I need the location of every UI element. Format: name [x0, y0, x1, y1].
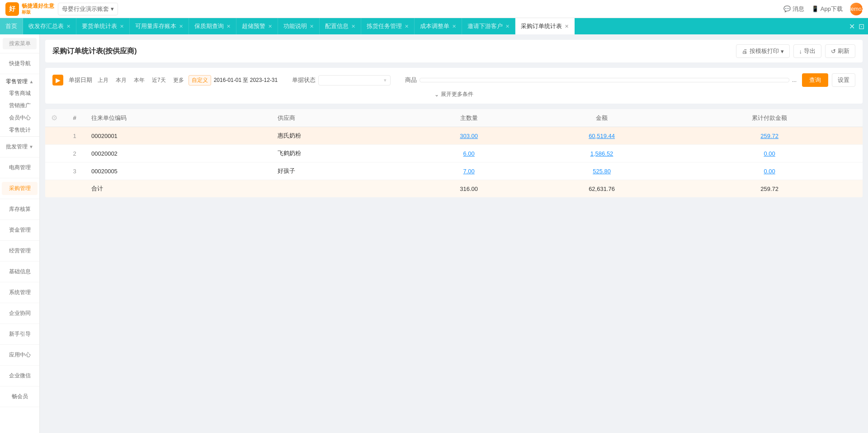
logo-text: 畅捷通好生意 标版: [22, 3, 54, 14]
amount-cell: 60,519.44: [527, 127, 676, 145]
search-menu-input[interactable]: 搜索菜单: [3, 38, 37, 49]
export-button[interactable]: ↓ 导出: [793, 44, 822, 58]
sidebar-item-retail-shop[interactable]: 零售商城: [0, 87, 39, 100]
refresh-button[interactable]: ↺ 刷新: [825, 44, 855, 58]
printer-icon: 🖨: [742, 48, 748, 55]
date-last-month-btn[interactable]: 上月: [95, 76, 111, 85]
cumulative-payment-cell: 259.72: [676, 127, 863, 145]
tab-available-stock[interactable]: 可用量库存账本 ✕: [130, 18, 189, 34]
app-download-btn[interactable]: 📱 App下载: [811, 5, 843, 13]
status-select[interactable]: ▾: [318, 75, 391, 86]
close-icon[interactable]: ✕: [452, 24, 456, 29]
date-more-btn[interactable]: 更多: [170, 76, 187, 85]
tab-cost-adjust[interactable]: 成本调整单 ✕: [415, 18, 462, 34]
logo-icon: 好: [5, 2, 19, 16]
top-bar: 好 畅捷通好生意 标版 母婴行业演示账套 ▾ 💬 消息 📱 App下载 demo…: [0, 0, 868, 18]
expand-filters-link[interactable]: ⌄ 展开更多条件: [52, 90, 855, 98]
main-layout: 搜索菜单 快捷导航 零售管理 ▲ 零售商城 营销推广 会员中心 零售统计: [0, 34, 868, 433]
main-qty-cell: 6.00: [410, 145, 527, 162]
date-7days-btn[interactable]: 近7天: [149, 76, 169, 85]
close-icon[interactable]: ✕: [66, 24, 71, 29]
row-num-cell: 1: [63, 127, 86, 145]
supplier-name-cell: 飞鹤奶粉: [272, 145, 411, 162]
tab-config-info[interactable]: 配置信息 ✕: [320, 18, 361, 34]
close-icon[interactable]: ✕: [505, 24, 509, 29]
tab-purchase-summary[interactable]: 采购订单统计表 ✕: [515, 18, 575, 34]
rownum-column-header: #: [63, 109, 86, 127]
sidebar-item-retail-stats[interactable]: 零售统计: [0, 124, 39, 136]
status-filter-label: 单据状态: [292, 76, 316, 84]
expand-more-filters: ⌄ 展开更多条件: [52, 90, 855, 98]
sidebar-item-member[interactable]: 畅会员: [0, 386, 39, 407]
sidebar-item-enterprise[interactable]: 企业协同: [0, 303, 39, 324]
close-icon[interactable]: ✕: [565, 24, 569, 29]
date-custom-tag[interactable]: 自定义: [189, 75, 211, 86]
tab-invite-downstream[interactable]: 邀请下游客户 ✕: [462, 18, 515, 34]
row-num-cell: 3: [63, 162, 86, 180]
sidebar-item-inventory[interactable]: 库存核算: [0, 199, 39, 220]
supplier-code-column-header: 往来单位编码: [86, 109, 272, 127]
sidebar-item-wholesale[interactable]: 批发管理 ▼: [0, 137, 39, 157]
sidebar-item-purchase[interactable]: 采购管理: [0, 178, 39, 199]
sidebar-section-retail-title[interactable]: 零售管理 ▲: [0, 74, 39, 87]
row-settings-cell: [45, 162, 63, 180]
sidebar-item-system[interactable]: 系统管理: [0, 282, 39, 303]
row-num-cell: 2: [63, 145, 86, 162]
sidebar-item-finance[interactable]: 资金管理: [0, 220, 39, 241]
sidebar-item-marketing[interactable]: 营销推广: [0, 100, 39, 112]
filter-product-item: 商品 ...: [405, 76, 797, 84]
settings-button[interactable]: 设置: [832, 73, 855, 87]
close-icon[interactable]: ✕: [405, 24, 409, 29]
date-this-year-btn[interactable]: 本年: [131, 76, 147, 85]
tab-function-desc[interactable]: 功能说明 ✕: [278, 18, 320, 34]
close-icon[interactable]: ✕: [310, 24, 314, 29]
tab-home[interactable]: 首页: [0, 18, 23, 34]
phone-icon: 📱: [811, 5, 819, 12]
product-search-input[interactable]: [420, 78, 789, 82]
close-icon[interactable]: ✕: [179, 24, 183, 29]
sidebar-item-quick-nav[interactable]: 快捷导航: [0, 53, 39, 74]
sidebar-search-area[interactable]: 搜索菜单: [0, 34, 39, 53]
close-icon[interactable]: ✕: [351, 24, 355, 29]
tab-order-summary[interactable]: 要货单统计表 ✕: [76, 18, 130, 34]
date-this-month-btn[interactable]: 本月: [113, 76, 129, 85]
print-button[interactable]: 🖨 按模板打印 ▾: [736, 44, 790, 58]
sidebar-item-ecommerce[interactable]: 电商管理: [0, 157, 39, 178]
close-all-tabs-icon[interactable]: ✕: [849, 22, 855, 31]
row-settings-cell: [45, 145, 63, 162]
expand-tabs-icon[interactable]: ⊡: [859, 22, 864, 31]
tab-expiry-query[interactable]: 保质期查询 ✕: [189, 18, 236, 34]
close-icon[interactable]: ✕: [268, 24, 272, 29]
supplier-code-cell: 00020002: [86, 145, 272, 162]
more-filters-btn[interactable]: ...: [792, 77, 797, 83]
query-button[interactable]: 查询: [802, 73, 828, 87]
row-settings-cell: [45, 127, 63, 145]
supplier-name-cell: 好孩子: [272, 162, 411, 180]
message-btn[interactable]: 💬 消息: [783, 5, 804, 13]
sidebar-item-member-center[interactable]: 会员中心: [0, 112, 39, 124]
close-icon[interactable]: ✕: [226, 24, 231, 29]
chevron-down-icon: ▾: [781, 48, 784, 55]
filter-toggle-btn[interactable]: ▶: [52, 75, 63, 86]
product-filter-label: 商品: [405, 76, 417, 84]
chevron-down-icon: ▼: [29, 144, 33, 149]
page-title: 采购订单统计表(按供应商): [52, 47, 137, 56]
column-settings-icon[interactable]: ⚙: [51, 114, 57, 122]
sidebar-item-enterprise-wechat[interactable]: 企业微信: [0, 366, 39, 386]
cumulative-payment-cell: 0.00: [676, 162, 863, 180]
close-icon[interactable]: ✕: [120, 24, 124, 29]
org-selector[interactable]: 母婴行业演示账套 ▾: [58, 3, 118, 15]
tab-overstock[interactable]: 超储预警 ✕: [236, 18, 278, 34]
sidebar-item-operations[interactable]: 经营管理: [0, 241, 39, 262]
sidebar-item-app-center[interactable]: 应用中心: [0, 345, 39, 366]
sidebar-item-basic[interactable]: 基础信息: [0, 262, 39, 282]
table-row: 1 00020001 惠氏奶粉 303.00 60,519.44 259.72: [45, 127, 863, 145]
sidebar-item-new-guide[interactable]: 新手引导: [0, 324, 39, 345]
tab-receive-pay[interactable]: 收发存汇总表 ✕: [23, 18, 76, 34]
cumulative-payment-cell: 0.00: [676, 145, 863, 162]
user-menu[interactable]: demo2: [850, 3, 863, 15]
top-bar-left: 好 畅捷通好生意 标版 母婴行业演示账套 ▾: [5, 2, 118, 16]
tab-picking-task[interactable]: 拣货任务管理 ✕: [361, 18, 415, 34]
page-header: 采购订单统计表(按供应商) 🖨 按模板打印 ▾ ↓ 导出 ↺ 刷新: [45, 40, 863, 62]
supplier-code-cell: 00020001: [86, 127, 272, 145]
